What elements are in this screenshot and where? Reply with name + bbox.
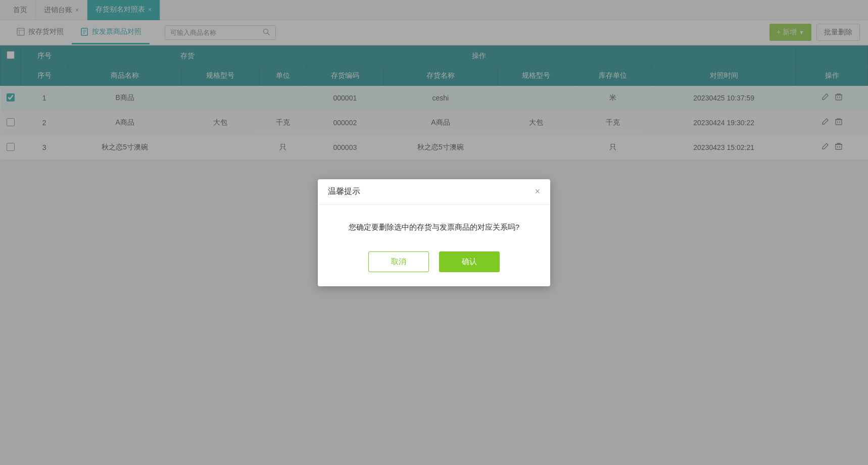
- overlay: 温馨提示 × 您确定要删除选中的存货与发票商品的对应关系吗? 取消 确认: [0, 0, 868, 160]
